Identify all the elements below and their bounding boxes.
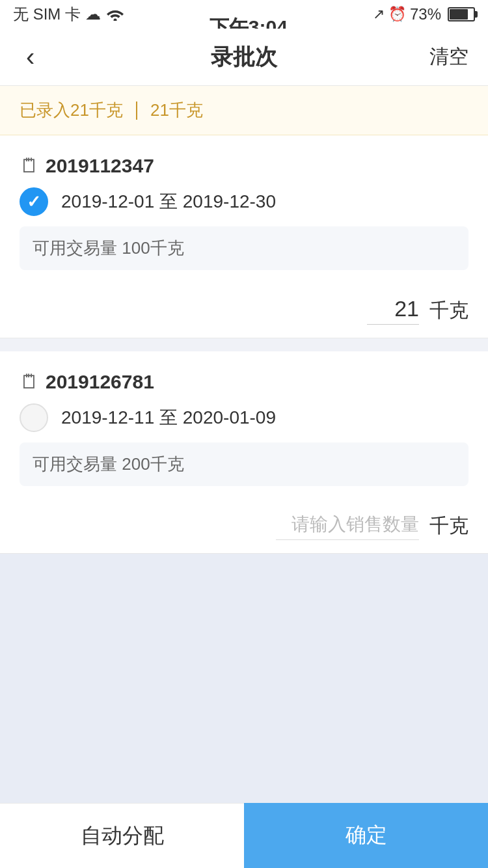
- batch2-radio[interactable]: [20, 403, 48, 432]
- auto-distribute-button[interactable]: 自动分配: [0, 803, 244, 868]
- batch1-available: 可用交易量 100千克: [20, 226, 468, 270]
- recorded-label: 已录入21千克: [20, 99, 123, 122]
- bottom-bar: 自动分配 确定: [0, 803, 488, 868]
- batch2-header: 🗒 2019126781: [20, 371, 468, 393]
- confirm-button[interactable]: 确定: [244, 803, 488, 868]
- info-divider: [136, 102, 137, 120]
- status-bar: 无 SIM 卡 ☁ 下午3:04 ↗ ⏰ 73%: [0, 0, 488, 29]
- batch1-doc-icon: 🗒: [20, 155, 39, 177]
- batch2-date-row[interactable]: 2019-12-11 至 2020-01-09: [20, 403, 468, 432]
- battery-percent: 73%: [410, 5, 441, 23]
- batch-card-2: 🗒 2019126781 2019-12-11 至 2020-01-09 可用交…: [0, 351, 488, 499]
- batch1-date-range: 2019-12-01 至 2019-12-30: [61, 189, 276, 214]
- battery-icon: [448, 7, 475, 21]
- batch1-quantity-value: 21: [367, 296, 419, 325]
- batch1-radio[interactable]: ✓: [20, 187, 48, 216]
- batch1-quantity-row: 21 千克: [0, 283, 488, 338]
- recorded-value: 21千克: [150, 99, 203, 122]
- batch1-header: 🗒 2019112347: [20, 155, 468, 177]
- page-title: 录批次: [211, 42, 277, 72]
- batch2-available: 可用交易量 200千克: [20, 442, 468, 486]
- section-separator: [0, 338, 488, 351]
- batch2-date-range: 2019-12-11 至 2020-01-09: [61, 405, 276, 430]
- batch1-check-icon: ✓: [27, 192, 41, 212]
- wifi-icon: [106, 8, 124, 21]
- batch2-unit: 千克: [429, 513, 468, 539]
- batch2-quantity-placeholder[interactable]: 请输入销售数量: [276, 512, 419, 540]
- batch1-id: 2019112347: [46, 155, 154, 177]
- status-left: 无 SIM 卡 ☁: [13, 4, 124, 25]
- svg-point-0: [113, 19, 116, 21]
- back-button[interactable]: ‹: [20, 36, 41, 78]
- location-icon: ↗: [373, 6, 385, 23]
- batch2-quantity-row: 请输入销售数量 千克: [0, 499, 488, 554]
- batch2-id: 2019126781: [46, 371, 154, 393]
- nav-bar: ‹ 录批次 清空: [0, 29, 488, 86]
- clear-button[interactable]: 清空: [429, 44, 468, 70]
- no-sim-label: 无 SIM 卡 ☁: [13, 4, 101, 25]
- batch1-unit: 千克: [429, 297, 468, 324]
- batch1-date-row[interactable]: ✓ 2019-12-01 至 2019-12-30: [20, 187, 468, 216]
- status-right: ↗ ⏰ 73%: [373, 5, 475, 23]
- batch2-doc-icon: 🗒: [20, 371, 39, 393]
- info-bar: 已录入21千克 21千克: [0, 86, 488, 135]
- alarm-icon: ⏰: [388, 6, 406, 23]
- batch-card-1: 🗒 2019112347 ✓ 2019-12-01 至 2019-12-30 可…: [0, 135, 488, 283]
